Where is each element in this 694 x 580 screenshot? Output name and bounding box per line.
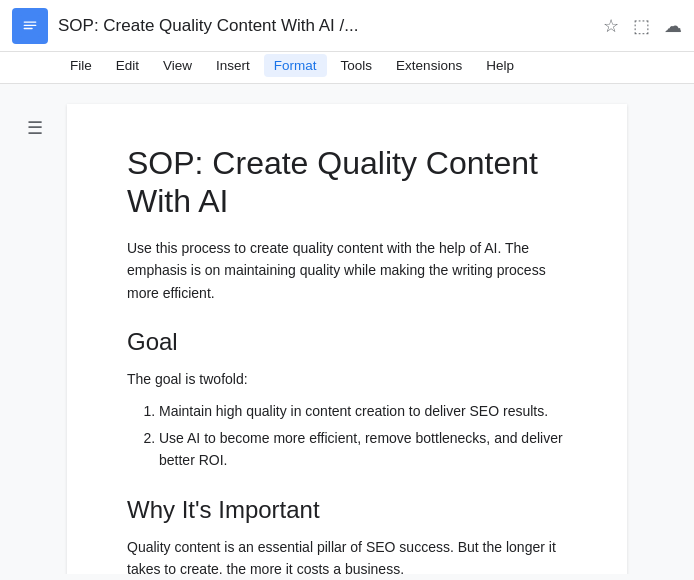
document-page: ☰ SOP: Create Quality Content With AI Us… [67, 104, 627, 574]
menu-help[interactable]: Help [476, 54, 524, 77]
menu-edit[interactable]: Edit [106, 54, 149, 77]
intro-paragraph: Use this process to create quality conte… [127, 237, 567, 304]
list-item-1: Maintain high quality in content creatio… [159, 400, 567, 422]
section-heading-goal: Goal [127, 328, 567, 356]
cloud-icon[interactable]: ☁ [664, 15, 682, 37]
menu-bar: File Edit View Insert Format Tools Exten… [0, 52, 694, 84]
document-heading: SOP: Create Quality Content With AI [127, 144, 567, 221]
svg-rect-2 [24, 24, 37, 25]
menu-format[interactable]: Format [264, 54, 327, 77]
star-icon[interactable]: ☆ [603, 15, 619, 37]
document-title: SOP: Create Quality Content With AI /... [58, 16, 593, 36]
title-bar: SOP: Create Quality Content With AI /...… [0, 0, 694, 52]
title-icons: ☆ ⬚ ☁ [603, 15, 682, 37]
section-heading-important: Why It's Important [127, 496, 567, 524]
list-item-2: Use AI to become more efficient, remove … [159, 427, 567, 472]
goal-intro-text: The goal is twofold: [127, 368, 567, 390]
folder-icon[interactable]: ⬚ [633, 15, 650, 37]
menu-tools[interactable]: Tools [331, 54, 383, 77]
menu-view[interactable]: View [153, 54, 202, 77]
svg-rect-1 [24, 21, 37, 22]
menu-file[interactable]: File [60, 54, 102, 77]
outline-icon[interactable]: ☰ [19, 112, 51, 144]
menu-insert[interactable]: Insert [206, 54, 260, 77]
goal-list: Maintain high quality in content creatio… [127, 400, 567, 471]
document-area: ☰ SOP: Create Quality Content With AI Us… [0, 84, 694, 574]
important-para-1: Quality content is an essential pillar o… [127, 536, 567, 574]
outline-icon-symbol: ☰ [27, 117, 43, 139]
svg-rect-3 [24, 27, 33, 28]
menu-extensions[interactable]: Extensions [386, 54, 472, 77]
app-icon[interactable] [12, 8, 48, 44]
